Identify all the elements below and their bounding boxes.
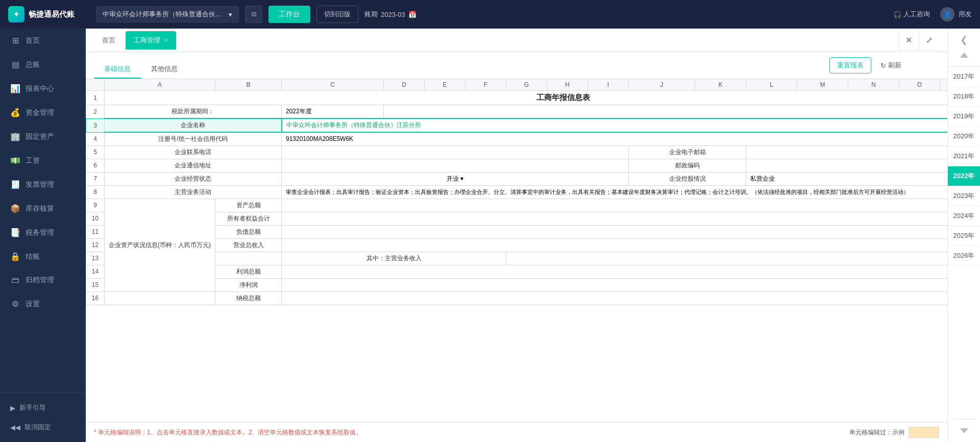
year-item-2017[interactable]: 2017年 (948, 67, 980, 87)
r7-status[interactable]: 开业 ▾ (282, 172, 629, 185)
col-header-i[interactable]: I (588, 79, 629, 91)
old-version-button[interactable]: 切到旧版 (316, 6, 358, 23)
year-item-2023[interactable]: 2023年 (948, 186, 980, 206)
home-icon: ⊞ (10, 36, 20, 45)
user-area[interactable]: 👤 用友 (940, 7, 972, 21)
year-item-2025[interactable]: 2025年 (948, 226, 980, 246)
r9-value[interactable] (282, 199, 948, 212)
copy-button[interactable]: ⧉ (245, 6, 262, 23)
main-layout: ⊞ 首页 ▤ 总账 📊 报表中心 💰 资金管理 🏢 固定资产 (0, 29, 980, 442)
r5-email-label: 企业电子邮箱 (629, 145, 746, 159)
table-row: 7 企业经营状态 开业 ▾ 企业控股情况 私营企业 (86, 172, 948, 185)
sidebar-item-home[interactable]: ⊞ 首页 (0, 29, 86, 53)
r2-label: 税款所属期间： (105, 105, 282, 119)
sidebar-item-invoice[interactable]: 🧾 发票管理 (0, 173, 86, 197)
col-header-e[interactable]: E (425, 79, 465, 91)
r14-value[interactable] (282, 265, 948, 278)
r12-value[interactable] (282, 238, 948, 252)
sidebar-item-finance[interactable]: 💰 资金管理 (0, 101, 86, 125)
sidebar-item-salary[interactable]: 💵 工资 (0, 149, 86, 173)
year-item-2022[interactable]: 2022年 (948, 166, 980, 186)
panel-collapse-button[interactable]: ❮ (954, 33, 974, 47)
content-area: 首页 工商管理 × ✕ ⤢ 重置报表 ↻ 刷新 (86, 29, 947, 442)
col-header-j[interactable]: J (629, 79, 695, 91)
col-header-m[interactable]: M (797, 79, 848, 91)
r4-value[interactable]: 91320100MA208E5W6K (282, 132, 948, 145)
row-num-16: 16 (86, 291, 105, 305)
sidebar-item-inventory[interactable]: 📦 库存核算 (0, 197, 86, 220)
r10-value[interactable] (282, 212, 948, 225)
r3-value[interactable]: 中审众环会计师事务所（特殊普通合伙）江苏分所 (282, 118, 948, 132)
col-header-a[interactable]: A (105, 79, 215, 91)
sidebar-item-unpin[interactable]: ◀◀ 取消固定 (0, 418, 86, 437)
table-row: 6 企业通信地址 邮政编码 (86, 159, 948, 172)
window-maximize-button[interactable]: ⤢ (919, 30, 939, 51)
sidebar-item-report[interactable]: 📊 报表中心 (0, 77, 86, 101)
col-header-g[interactable]: G (506, 79, 547, 91)
row-num-6: 6 (86, 159, 105, 172)
calendar-icon[interactable]: 📅 (408, 11, 416, 18)
year-item-2020[interactable]: 2020年 (948, 127, 980, 146)
sidebar-item-ledger[interactable]: ▤ 总账 (0, 53, 86, 77)
logo-icon: ✦ (8, 6, 24, 22)
col-header-d[interactable]: D (384, 79, 425, 91)
sidebar-item-archive[interactable]: 🗃 归档管理 (0, 268, 86, 292)
r15-label: 净利润 (215, 278, 282, 291)
sidebar-item-settings[interactable]: ⚙ 设置 (0, 292, 86, 316)
panel-up-button[interactable] (954, 48, 974, 62)
sidebar: ⊞ 首页 ▤ 总账 📊 报表中心 💰 资金管理 🏢 固定资产 (0, 29, 86, 442)
table-row: 1 工商年报信息表 (86, 91, 948, 105)
row-num-5: 5 (86, 145, 105, 159)
r11-value[interactable] (282, 225, 948, 238)
table-row-selected: 3 企业名称 中审众环会计师事务所（特殊普通合伙）江苏分所 (86, 118, 948, 132)
window-close-button[interactable]: ✕ (898, 30, 919, 51)
r6-address[interactable] (282, 159, 629, 172)
r13-value[interactable] (506, 252, 948, 265)
tab-home[interactable]: 首页 (94, 31, 124, 50)
col-header-h[interactable]: H (547, 79, 588, 91)
sub-tab-basic[interactable]: 基础信息 (94, 60, 141, 79)
company-selector[interactable]: 中审众环会计师事务所（特殊普通合伙...） ▾ (96, 6, 239, 22)
year-item-2021[interactable]: 2021年 (948, 146, 980, 166)
year-item-2024[interactable]: 2024年 (948, 206, 980, 226)
r8-value[interactable]: 审查企业会计报表；出具审计报告；验证企业资本；出具验资报告；办理企业合开、分立、… (282, 185, 948, 199)
sidebar-item-tax[interactable]: 📑 税务管理 (0, 220, 86, 244)
row-num-3: 3 (86, 118, 105, 132)
r16-value[interactable] (282, 291, 948, 305)
r5-phone[interactable] (282, 145, 629, 159)
row-num-12: 12 (86, 238, 105, 252)
year-item-2019[interactable]: 2019年 (948, 107, 980, 127)
sidebar-item-assets[interactable]: 🏢 固定资产 (0, 125, 86, 149)
col-header-n[interactable]: N (848, 79, 899, 91)
year-item-2018[interactable]: 2018年 (948, 87, 980, 107)
col-header-k[interactable]: K (695, 79, 746, 91)
year-item-2026[interactable]: 2026年 (948, 246, 980, 266)
avatar: 👤 (940, 7, 954, 21)
tab-business[interactable]: 工商管理 × (126, 31, 176, 50)
col-header-o[interactable]: O (899, 79, 940, 91)
tab-close-icon[interactable]: × (164, 37, 168, 44)
workbench-button[interactable]: 工作台 (268, 6, 310, 23)
col-header-p[interactable]: P (940, 79, 948, 91)
panel-down-button[interactable] (954, 424, 974, 438)
r2-value[interactable]: 2022年度 (282, 105, 384, 119)
col-header-l[interactable]: L (746, 79, 797, 91)
col-header-f[interactable]: F (465, 79, 506, 91)
footer-right: 单元格编辑过：示例 (849, 427, 939, 438)
r5-label: 企业联系电话 (105, 145, 282, 159)
sidebar-item-guide[interactable]: ▶ 新手引导 (0, 398, 86, 418)
reset-button[interactable]: 重置报表 (829, 57, 871, 73)
spreadsheet-container[interactable]: A B C D E F G H I J K L (86, 79, 947, 422)
r15-value[interactable] (282, 278, 948, 291)
r7-holding[interactable]: 私营企业 (746, 172, 948, 185)
col-header-c[interactable]: C (282, 79, 384, 91)
r5-email[interactable] (746, 145, 948, 159)
refresh-button[interactable]: ↻ 刷新 (875, 57, 906, 73)
consultation-button[interactable]: 🎧 人工咨询 (893, 10, 930, 19)
col-header-b[interactable]: B (215, 79, 282, 91)
archive-icon: 🗃 (10, 276, 20, 285)
sidebar-item-close[interactable]: 🔒 结账 (0, 244, 86, 268)
sub-tab-other[interactable]: 其他信息 (141, 60, 188, 79)
period-area: 账期 2023-03 📅 (364, 10, 416, 19)
r6-postal[interactable] (746, 159, 948, 172)
